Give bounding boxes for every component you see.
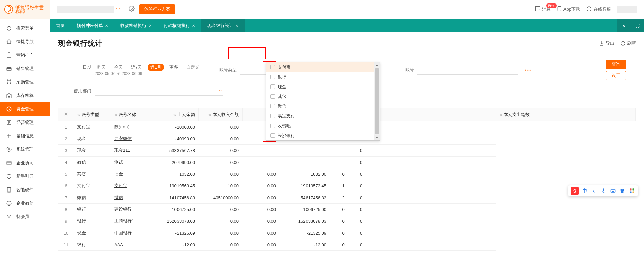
cell-name[interactable]: 工商银行1 xyxy=(111,215,155,227)
scroll-up-icon[interactable]: ▲ xyxy=(374,62,380,68)
checkbox-icon[interactable] xyxy=(270,124,275,128)
dropdown-option-2[interactable]: 现金 xyxy=(266,82,374,92)
cell-name[interactable]: 建设银行 xyxy=(111,204,155,215)
close-icon[interactable]: ✕ xyxy=(192,24,195,28)
date-option-5[interactable]: 自定义 xyxy=(184,64,202,71)
column-header-0[interactable]: ⇅账号类型 xyxy=(74,108,111,121)
checkbox-icon[interactable] xyxy=(270,65,275,69)
dept-select[interactable]: ﹀ xyxy=(95,86,223,96)
svg-rect-17 xyxy=(558,6,561,11)
column-header-3[interactable]: ⇅本期收入金额 xyxy=(198,108,242,121)
table-row[interactable]: 4微信测试2079990.000.000 xyxy=(58,157,636,168)
more-filters-button[interactable]: ••• xyxy=(525,68,532,73)
sidebar-item-5[interactable]: 库存核算 xyxy=(0,89,50,102)
sidebar-item-7[interactable]: 经营管理 xyxy=(0,116,50,129)
sidebar-item-1[interactable]: 快捷导航 xyxy=(0,35,50,48)
date-option-4[interactable]: 更多 xyxy=(167,64,181,71)
sidebar-item-12[interactable]: 智能硬件 xyxy=(0,183,50,197)
checkbox-icon[interactable] xyxy=(270,84,275,89)
gear-icon[interactable] xyxy=(129,6,135,13)
ime-voice-icon[interactable] xyxy=(600,187,607,194)
sidebar-item-9[interactable]: 系统管理 xyxy=(0,143,50,156)
header-app-download[interactable]: App下载 xyxy=(557,6,580,13)
sidebar-item-0[interactable]: 搜索菜单 xyxy=(0,22,50,35)
date-option-1[interactable]: 今天 xyxy=(111,64,126,71)
cell-name[interactable]: 微信 xyxy=(111,192,155,204)
sidebar-item-14[interactable]: 畅会员 xyxy=(0,210,50,223)
sidebar-item-11[interactable]: 新手引导 xyxy=(0,170,50,183)
cell-name[interactable]: 西安微信 xyxy=(111,133,155,145)
dropdown-option-3[interactable]: 其它 xyxy=(266,92,374,101)
ime-keyboard-icon[interactable] xyxy=(610,187,616,194)
sidebar-item-2[interactable]: 营销推广 xyxy=(0,48,50,62)
cell-name[interactable]: 支付宝 xyxy=(111,180,155,192)
ime-skin-icon[interactable] xyxy=(619,187,626,194)
checkbox-icon[interactable] xyxy=(270,104,275,108)
dropdown-option-1[interactable]: 银行 xyxy=(266,72,374,82)
dropdown-option-5[interactable]: 易宝支付 xyxy=(266,111,374,121)
dropdown-option-0[interactable]: 支付宝 xyxy=(266,62,374,72)
tab-2[interactable]: 收款核销执行✕ xyxy=(114,19,158,32)
table-row[interactable]: 6支付宝支付宝19019563.4510.000.0019019573.4510 xyxy=(58,180,636,192)
date-option-2[interactable]: 近7天 xyxy=(128,64,145,71)
cell-name[interactable]: 中国银行 xyxy=(111,227,155,239)
dropdown-option-6[interactable]: 收钱吧 xyxy=(266,121,374,131)
close-icon[interactable]: ✕ xyxy=(105,24,108,28)
header-user[interactable] xyxy=(617,6,637,13)
table-row[interactable]: 7微信微信14107456.8340510000.000.0054617456.… xyxy=(58,192,636,204)
filter-settings-button[interactable]: 设置 xyxy=(606,71,626,80)
cell-name[interactable]: 测试 xyxy=(111,157,155,168)
ime-toolbox-icon[interactable] xyxy=(629,187,635,194)
cell-name[interactable]: 陕(○○○)... xyxy=(111,121,155,133)
tab-0[interactable]: 首页 xyxy=(50,19,71,32)
tab-4[interactable]: 现金银行统计✕ xyxy=(201,19,245,32)
scroll-down-icon[interactable]: ▼ xyxy=(374,135,380,140)
ime-punct-icon[interactable]: •, xyxy=(591,187,598,194)
table-row[interactable]: 10现金中国银行-21325.090.000.00-21325.0900 xyxy=(58,227,636,239)
header-service[interactable]: 在线客服 xyxy=(586,6,611,13)
close-icon[interactable]: ✕ xyxy=(235,24,238,28)
ime-lang-indicator[interactable]: 中 xyxy=(581,187,588,194)
checkbox-icon[interactable] xyxy=(270,75,275,79)
scrollbar-thumb[interactable] xyxy=(375,68,379,134)
query-button[interactable]: 查询 xyxy=(606,60,626,69)
tabs-close-button[interactable]: ✕ xyxy=(617,19,631,32)
table-settings-header[interactable] xyxy=(58,108,74,121)
checkbox-icon[interactable] xyxy=(270,94,275,99)
tab-1[interactable]: 预付冲应付单✕ xyxy=(71,19,114,32)
checkbox-icon[interactable] xyxy=(270,133,275,138)
table-row[interactable]: 5其它旧金1032.000.000.001032.0000 xyxy=(58,168,636,180)
sidebar-item-13[interactable]: 企业微信 xyxy=(0,197,50,210)
industry-cta-button[interactable]: 体验行业方案 xyxy=(139,4,175,14)
sidebar-item-6[interactable]: 资金管理 xyxy=(0,102,50,116)
dropdown-scrollbar[interactable]: ▲ ▼ xyxy=(374,62,380,140)
table-row[interactable]: 9银行工商银行1152033078.030.000.00152033078.03… xyxy=(58,215,636,227)
dropdown-option-7[interactable]: 长沙银行 xyxy=(266,131,374,140)
dropdown-option-4[interactable]: 微信 xyxy=(266,101,374,111)
date-option-0[interactable]: 昨天 xyxy=(95,64,109,71)
sidebar-item-8[interactable]: 基础信息 xyxy=(0,129,50,143)
header-messages[interactable]: 消息 99＋ xyxy=(535,6,551,13)
sidebar-item-3[interactable]: 销售管理 xyxy=(0,62,50,75)
table-row[interactable]: 11银行AAA-12.000.000.00-12.0000 xyxy=(58,239,636,251)
table-row[interactable]: 3现金现金11153337567.780.000 xyxy=(58,145,636,157)
checkbox-icon[interactable] xyxy=(270,114,275,118)
refresh-button[interactable]: 刷新 xyxy=(620,40,636,46)
tab-3[interactable]: 付款核销执行✕ xyxy=(158,19,201,32)
tabs-expand-button[interactable]: ⛶ xyxy=(631,19,644,32)
cell-name[interactable]: 旧金 xyxy=(111,168,155,180)
column-header-2[interactable]: ⇅上期余额 xyxy=(155,108,198,121)
account-number-input[interactable] xyxy=(417,65,518,75)
sidebar-item-4[interactable]: 采购管理 xyxy=(0,75,50,89)
sidebar-item-10[interactable]: 企业协同 xyxy=(0,156,50,170)
export-button[interactable]: 导出 xyxy=(599,40,614,46)
ime-toolbar[interactable]: S 中 •, xyxy=(568,185,638,196)
org-selector[interactable]: ﹀ xyxy=(57,6,124,13)
column-header-1[interactable]: ⇅账号名称 xyxy=(111,108,155,121)
cell-name[interactable]: 现金111 xyxy=(111,145,155,157)
cell-name[interactable]: AAA xyxy=(111,239,155,251)
close-icon[interactable]: ✕ xyxy=(149,24,152,28)
table-row[interactable]: 8银行建设银行1006725.000.000.001006725.0000 xyxy=(58,204,636,215)
column-header-8[interactable]: ⇅本期支出笔数 xyxy=(496,108,636,121)
date-option-3[interactable]: 近1月 xyxy=(148,64,164,71)
